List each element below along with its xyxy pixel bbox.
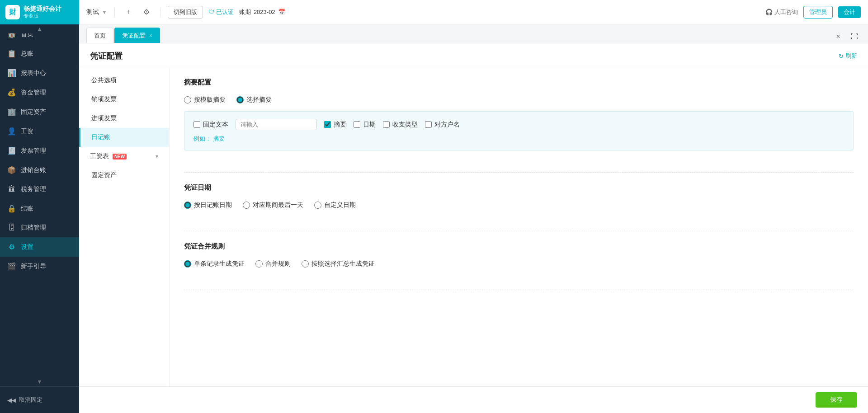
role-button[interactable]: 会计 (838, 6, 861, 18)
merge-rules-radio-group: 单条记录生成凭证 合并规则 按照选择汇总生成凭证 (184, 260, 854, 268)
sidebar-scroll-up[interactable]: ▲ (0, 24, 79, 33)
date-radio-last-day[interactable]: 对应期间最后一天 (243, 201, 303, 209)
sidebar-item-invoices[interactable]: 🧾 发票管理 (0, 141, 79, 160)
period-info: 账期 2023-02 📅 (239, 8, 285, 16)
right-content: 摘要配置 按模版摘要 选择摘要 (170, 67, 868, 386)
app-logo-text-area: 畅捷通好会计 专业版 (24, 5, 61, 19)
sidebar-scroll-down[interactable]: ▼ (0, 377, 79, 386)
chevron-down-icon: ▾ (156, 153, 158, 160)
income-type-checkbox[interactable] (383, 121, 390, 128)
company-selector[interactable]: 测试 ▼ (86, 8, 107, 16)
left-nav-payroll-table[interactable]: 工资表 NEW ▾ (79, 147, 169, 166)
date-radio-journal[interactable]: 按日记账日期 (184, 201, 232, 209)
sidebar-item-assets[interactable]: 🏢 固定资产 (0, 102, 79, 122)
cancel-fixed-button[interactable]: ◀◀ 取消固定 (0, 391, 79, 408)
sidebar-item-label-reports: 报表中心 (21, 69, 46, 77)
sidebar-item-guide[interactable]: 🎬 新手引导 (0, 257, 79, 276)
date-radio-last-day-label: 对应期间最后一天 (253, 201, 303, 209)
merge-radio-merge-label: 合并规则 (265, 260, 291, 268)
date-radio-journal-input[interactable] (184, 202, 191, 209)
left-nav-fixed-assets[interactable]: 固定资产 (79, 166, 169, 185)
admin-button[interactable]: 管理员 (803, 6, 833, 19)
merge-radio-merge[interactable]: 合并规则 (255, 260, 291, 268)
left-nav-purchase-invoice-label: 进项发票 (91, 114, 117, 122)
topbar-sep-1 (114, 8, 115, 17)
sidebar-item-archive[interactable]: 🗄 归档管理 (0, 218, 79, 237)
merge-rules-section: 凭证合并规则 单条记录生成凭证 合并规则 (184, 242, 854, 279)
fixed-text-checkbox[interactable] (193, 121, 200, 128)
merge-radio-single-input[interactable] (184, 260, 191, 268)
sidebar-item-payroll[interactable]: 👤 工资 (0, 122, 79, 141)
sidebar-bottom: ◀◀ 取消固定 (0, 386, 79, 413)
sidebar-nav-wrapper: ▲ 🏠 首页 📋 总账 📊 报表中心 💰 资金管理 🏢 固定资产 (0, 24, 79, 386)
topbar-sep-2 (160, 8, 160, 17)
sidebar-item-settings[interactable]: ⚙ 设置 (0, 237, 79, 257)
main-area: 测试 ▼ ＋ ⚙ 切到旧版 🛡 已认证 账期 2023-02 📅 🎧 人工咨询 … (79, 0, 868, 413)
company-dropdown-icon: ▼ (102, 9, 107, 15)
page-body: 公共选项 销项发票 进项发票 日记账 工资表 NEW (79, 67, 868, 386)
date-checkbox[interactable] (354, 121, 360, 128)
left-nav-journal[interactable]: 日记账 (79, 128, 169, 147)
sidebar-item-ledger[interactable]: 📋 总账 (0, 44, 79, 63)
sidebar-item-sales[interactable]: 📦 进销台账 (0, 160, 79, 180)
counterparty-checkbox-label[interactable]: 对方户名 (425, 121, 460, 129)
summary-config-box: 固定文本 摘要 日期 (184, 111, 854, 150)
sales-icon: 📦 (7, 166, 16, 174)
counterparty-checkbox-text: 对方户名 (434, 121, 460, 129)
settings-button[interactable]: ⚙ (140, 6, 153, 19)
summary-checkbox-label[interactable]: 摘要 (324, 121, 346, 129)
tab-voucher-config-label: 凭证配置 (122, 32, 146, 40)
date-radio-last-day-input[interactable] (243, 202, 250, 209)
tab-close-icon[interactable]: × (149, 33, 152, 39)
summary-checkbox-text: 摘要 (334, 121, 346, 129)
date-checkbox-label[interactable]: 日期 (354, 121, 376, 129)
income-type-checkbox-label[interactable]: 收支类型 (383, 121, 418, 129)
left-nav-sales-invoice[interactable]: 销项发票 (79, 90, 169, 109)
sidebar-item-label-assets: 固定资产 (21, 108, 46, 116)
add-button[interactable]: ＋ (122, 6, 135, 19)
voucher-date-radio-group: 按日记账日期 对应期间最后一天 自定义日期 (184, 201, 854, 209)
summary-radio-select[interactable]: 选择摘要 (236, 96, 272, 104)
date-radio-custom[interactable]: 自定义日期 (314, 201, 356, 209)
summary-radio-template[interactable]: 按模版摘要 (184, 96, 226, 104)
tax-icon: 🏛 (7, 185, 16, 193)
tab-home[interactable]: 首页 (86, 28, 113, 43)
left-nav: 公共选项 销项发票 进项发票 日记账 工资表 NEW (79, 67, 170, 386)
close-tab-button[interactable]: × (832, 30, 844, 43)
archive-icon: 🗄 (7, 224, 16, 232)
summary-radio-select-input[interactable] (236, 96, 244, 103)
summary-checkbox[interactable] (324, 121, 331, 128)
summary-radio-template-input[interactable] (184, 96, 191, 103)
certified-text: 已认证 (216, 8, 234, 16)
app-edition: 专业版 (24, 13, 61, 19)
left-nav-public-label: 公共选项 (91, 76, 117, 84)
calendar-icon[interactable]: 📅 (278, 9, 285, 15)
merge-radio-selective[interactable]: 按照选择汇总生成凭证 (302, 260, 375, 268)
payroll-icon: 👤 (7, 127, 16, 136)
switch-old-button[interactable]: 切到旧版 (168, 6, 203, 19)
fixed-text-input[interactable] (236, 119, 317, 130)
sidebar: 财 畅捷通好会计 专业版 ▲ 🏠 首页 📋 总账 📊 报表中心 💰 资金管理 (0, 0, 79, 413)
expand-tab-button[interactable]: ⛶ (848, 30, 861, 43)
save-button[interactable]: 保存 (816, 392, 857, 408)
refresh-button[interactable]: ↻ 刷新 (839, 52, 857, 60)
sidebar-item-reports[interactable]: 📊 报表中心 (0, 63, 79, 83)
left-nav-purchase-invoice[interactable]: 进项发票 (79, 109, 169, 128)
reports-icon: 📊 (7, 69, 16, 77)
tab-home-label: 首页 (94, 32, 106, 40)
left-nav-public[interactable]: 公共选项 (79, 71, 169, 90)
consult-button[interactable]: 🎧 人工咨询 (765, 8, 798, 16)
sidebar-item-funds[interactable]: 💰 资金管理 (0, 83, 79, 102)
merge-rules-title: 凭证合并规则 (184, 242, 854, 251)
sidebar-item-closing[interactable]: 🔒 结账 (0, 199, 79, 218)
date-radio-custom-input[interactable] (314, 202, 321, 209)
merge-radio-merge-input[interactable] (255, 260, 263, 268)
counterparty-checkbox[interactable] (425, 121, 432, 128)
tab-voucher-config[interactable]: 凭证配置 × (114, 28, 160, 43)
merge-radio-single[interactable]: 单条记录生成凭证 (184, 260, 245, 268)
merge-radio-selective-input[interactable] (302, 260, 309, 268)
summary-section: 摘要配置 按模版摘要 选择摘要 (184, 78, 854, 161)
company-name: 测试 (86, 8, 99, 16)
fixed-text-checkbox-label[interactable]: 固定文本 (193, 121, 228, 129)
sidebar-item-tax[interactable]: 🏛 税务管理 (0, 180, 79, 199)
